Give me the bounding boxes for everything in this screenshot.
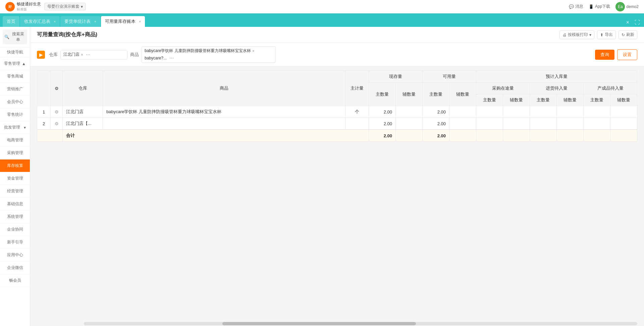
row-settings[interactable]: ⚙ (51, 106, 63, 118)
row-avail-aux (449, 106, 476, 118)
sidebar-item-member-center[interactable]: 会员中心 (0, 96, 30, 108)
product-tag-1-close[interactable]: × (252, 49, 255, 53)
export-icon: ⬆ (600, 33, 603, 37)
tab-available-stock[interactable]: 可用量库存账本 × (101, 16, 145, 27)
sidebar: 🔍 搜索菜单 快捷导航 零售管理 ▲ 零售商城 营销推广 会员中心 零售统计 批… (0, 27, 30, 326)
user-area[interactable]: Ea demo2 (615, 2, 639, 11)
row-inbound-main (530, 118, 557, 130)
tab-receive-send[interactable]: 收发存汇总表 × (20, 16, 60, 27)
total-inbound-main (530, 130, 557, 142)
scrollbar-thumb[interactable] (222, 322, 416, 325)
sidebar-item-finance[interactable]: 资金管理 (0, 172, 30, 185)
sidebar-item-vip-member-label: 畅会员 (9, 278, 21, 283)
settings-btn[interactable]: 设置 (617, 49, 637, 60)
refresh-icon: ↻ (622, 33, 625, 37)
sidebar-item-marketing[interactable]: 营销推广 (0, 83, 30, 96)
sidebar-item-inventory[interactable]: 库存核算 (0, 159, 30, 172)
horizontal-scrollbar[interactable] (30, 321, 644, 326)
sidebar-item-system[interactable]: 系统管理 (0, 211, 30, 223)
print-btn[interactable]: 🖨 按模板打印 ▾ (559, 30, 594, 39)
industry-selector[interactable]: 母婴行业演示账套 ▾ (44, 3, 86, 10)
row-settings[interactable]: ⚙ (51, 118, 63, 130)
filter-expand-btn[interactable]: ▶ (37, 51, 45, 59)
product-more-dots[interactable]: ··· (168, 55, 175, 61)
logo-icon: 好 (5, 2, 15, 11)
tab-available-stock-label: 可用量库存账本 (105, 18, 136, 25)
message-btn[interactable]: 💬 消息 (569, 4, 583, 9)
avatar-text: Ea (618, 4, 623, 9)
download-icon: 📱 (589, 4, 594, 9)
total-production-aux (610, 130, 637, 142)
sidebar-item-retail-stats[interactable]: 零售统计 (0, 108, 30, 121)
product-tag-1: babycare学饮杯 儿童防摔防撞吸管杯重力球吸嘴杯宝宝水杯 × (145, 48, 255, 54)
sidebar-item-new-guide[interactable]: 新手引导 (0, 236, 30, 249)
sidebar-item-wholesale-mgmt[interactable]: 批发管理 ▾ (0, 121, 30, 134)
th-stock-main: 主数量 (369, 83, 396, 106)
product-filter-input[interactable]: babycare学饮杯 儿童防摔防撞吸管杯重力球吸嘴杯宝宝水杯 × babyca… (142, 46, 276, 63)
tab-home[interactable]: 首页 (3, 16, 19, 27)
message-icon: 💬 (569, 4, 574, 9)
table-container[interactable]: ⚙ 仓库 商品 主计量 现存量 (30, 66, 644, 321)
sidebar-item-inventory-label: 库存核算 (7, 163, 23, 169)
sidebar-item-system-label: 系统管理 (7, 214, 23, 220)
tab-order-stats[interactable]: 要货单统计表 × (60, 16, 100, 27)
sidebar-item-retail-mgmt[interactable]: 零售管理 ▲ (0, 57, 30, 70)
row-production-main (584, 118, 610, 130)
main-layout: 🔍 搜索菜单 快捷导航 零售管理 ▲ 零售商城 营销推广 会员中心 零售统计 批… (0, 27, 644, 326)
sidebar-item-enterprise-wechat-label: 企业微信 (7, 265, 23, 271)
chevron-down-icon: ▾ (81, 4, 83, 9)
row-inbound-aux (557, 106, 584, 118)
avatar: Ea (615, 2, 625, 11)
tab-receive-send-label: 收发存汇总表 (24, 18, 50, 25)
tab-order-stats-close[interactable]: × (94, 19, 96, 24)
total-production-main (584, 130, 610, 142)
top-bar-right: 💬 消息 📱 App下载 Ea demo2 (569, 2, 639, 11)
warehouse-filter-label: 仓库 (49, 52, 58, 58)
page-title: 可用量查询(按仓库+商品) (37, 31, 97, 38)
row-production-aux (610, 118, 637, 130)
row-production-main (584, 106, 610, 118)
th-product: 商品 (103, 71, 345, 106)
warehouse-tag-close[interactable]: × (81, 52, 83, 57)
close-all-tabs-btn[interactable]: × (625, 18, 631, 27)
sidebar-item-operations[interactable]: 经营管理 (0, 185, 30, 198)
sidebar-item-enterprise-collab[interactable]: 企业协同 (0, 223, 30, 236)
refresh-btn[interactable]: ↻ 刷新 (619, 30, 637, 39)
th-avail-main: 主数量 (423, 83, 449, 106)
export-btn[interactable]: ⬆ 导出 (597, 30, 616, 39)
app-download-btn[interactable]: 📱 App下载 (589, 4, 610, 9)
total-stock-aux (396, 130, 423, 142)
sidebar-item-enterprise-wechat[interactable]: 企业微信 (0, 262, 30, 274)
sidebar-item-app-center[interactable]: 应用中心 (0, 249, 30, 262)
sidebar-item-ecommerce-label: 电商管理 (7, 137, 23, 143)
tab-available-stock-close[interactable]: × (139, 19, 141, 24)
query-btn[interactable]: 查询 (595, 50, 614, 60)
th-warehouse: 仓库 (63, 71, 103, 106)
search-menu-btn[interactable]: 🔍 搜索菜单 (3, 30, 27, 44)
row-stock-main: 2.00 (369, 118, 396, 130)
row-product (103, 118, 345, 130)
sidebar-item-ecommerce[interactable]: 电商管理 (0, 134, 30, 147)
warehouse-filter-input[interactable]: 江北门店 × ··· (60, 50, 127, 59)
th-purchase-aux: 辅数量 (503, 94, 530, 106)
row-purchase-main (476, 106, 503, 118)
sidebar-quick-nav[interactable]: 快捷导航 (0, 47, 30, 57)
sidebar-item-basic-info-label: 基础信息 (7, 201, 23, 207)
page-header: 可用量查询(按仓库+商品) 🖨 按模板打印 ▾ ⬆ 导出 ↻ 刷新 (30, 27, 644, 43)
sidebar-item-procurement[interactable]: 采购管理 (0, 147, 30, 159)
sidebar-search-area: 🔍 搜索菜单 (0, 27, 30, 47)
th-settings[interactable]: ⚙ (51, 71, 63, 106)
maximize-btn[interactable]: ⛶ (633, 18, 641, 27)
sidebar-item-wholesale-mgmt-label: 批发管理 (4, 125, 20, 130)
th-available-group: 可用量 (423, 71, 476, 83)
tab-receive-send-close[interactable]: × (54, 19, 56, 24)
sidebar-item-retail-mall[interactable]: 零售商城 (0, 70, 30, 83)
sidebar-item-vip-member[interactable]: 畅会员 (0, 274, 30, 287)
warehouse-tag-1: 江北门店 × (63, 52, 83, 57)
warehouse-more-dots[interactable]: ··· (85, 52, 92, 58)
sidebar-item-basic-info[interactable]: 基础信息 (0, 198, 30, 211)
total-row: 合计 2.00 2.00 (37, 130, 637, 142)
row-stock-aux (396, 118, 423, 130)
message-label: 消息 (575, 4, 583, 9)
th-purchase-main: 主数量 (476, 94, 503, 106)
